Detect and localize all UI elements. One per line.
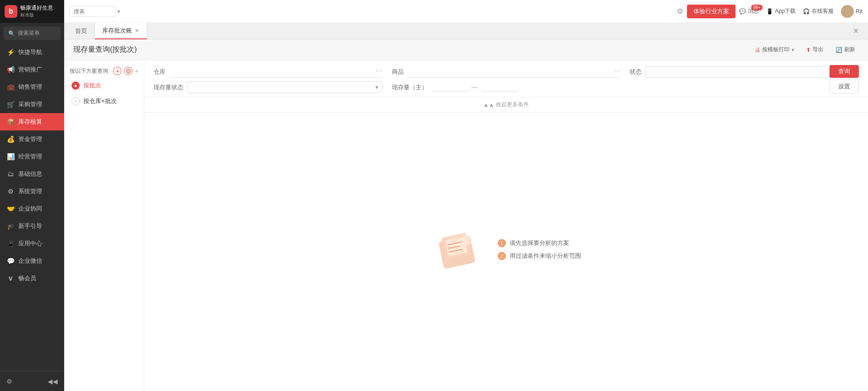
sidebar-item-apps[interactable]: 📱 应用中心 [0,235,64,252]
settings-button[interactable]: 设置 [830,80,859,93]
print-icon: 🖨 [755,47,760,53]
page-header: 现存量查询(按批次) 🖨 按模板打印 ▾ ⬆ 导出 🔄 刷新 [64,39,868,60]
sidebar-item-operations[interactable]: 📊 经营管理 [0,148,64,165]
sidebar-item-basic[interactable]: 🗂 基础信息 [0,165,64,183]
sidebar-item-system[interactable]: ⚙ 系统管理 [0,183,64,200]
sidebar-item-purchase[interactable]: 🛒 采购管理 [0,96,64,113]
stock-status-filter: 现存量状态 ▾ [154,81,383,93]
scheme-item-batch[interactable]: ● 按批次 [64,78,144,93]
topbar-message[interactable]: 💬 消息 99+ [739,7,759,15]
left-panel-actions: + ⚙ « [113,67,138,75]
tab-close-icon[interactable]: ✕ [135,27,139,34]
user-avatar [841,5,854,18]
sidebar-item-label: 销售管理 [18,83,42,91]
topbar-right: 💬 消息 99+ 📱 App下载 🎧 在线客服 Rit [739,5,863,18]
print-button[interactable]: 🖨 按模板打印 ▾ [751,44,798,55]
sidebar-item-label: 应用中心 [18,239,42,248]
export-button[interactable]: ⬆ 导出 [802,44,827,55]
sidebar-search-label: 搜索菜单 [18,29,40,37]
tab-home[interactable]: 首页 [68,23,95,39]
topbar: ▾ ⚙ 体验行业方案 💬 消息 99+ 📱 App下载 🎧 在线客服 Rit [64,0,868,23]
status-filter: 状态 ▾ 查询 设置 [630,66,859,78]
search-icon: 🔍 [8,30,15,37]
data-main: 1 请先选择要分析的方案 2 用过滤条件来缩小分析范围 [144,113,868,391]
collapse-up-icon: ▲▲ [483,102,494,108]
system-icon: ⚙ [6,187,15,196]
topbar-app-download[interactable]: 📱 App下载 [766,7,796,15]
stock-qty-dash: — [472,84,478,91]
step-2-text: 用过滤条件来缩小分析范围 [510,252,581,260]
newbie-icon: 🎓 [6,222,15,230]
sidebar: b 畅康通好生意 标准版 🔍 搜索菜单 ⚡ 快捷导航 📢 营销推广 💼 销售管理… [0,0,64,391]
app-logo: b [5,5,17,18]
sidebar-item-marketing[interactable]: 📢 营销推广 [0,61,64,78]
sidebar-item-quick[interactable]: ⚡ 快捷导航 [0,43,64,61]
stock-status-label: 现存量状态 [154,83,183,92]
sidebar-item-label: 资金管理 [18,135,42,143]
refresh-icon: 🔄 [835,47,842,53]
scheme-settings-icon[interactable]: ⚙ [124,67,132,75]
sidebar-item-inventory[interactable]: 📦 库存核算 [0,113,64,130]
step-1-text: 请先选择要分析的方案 [510,239,569,247]
main-content: ▾ ⚙ 体验行业方案 💬 消息 99+ 📱 App下载 🎧 在线客服 Rit [64,0,868,391]
quick-icon: ⚡ [6,48,15,56]
sidebar-item-label: 库存核算 [18,118,42,126]
topbar-user[interactable]: Rit [841,5,863,18]
app-label: App下载 [775,7,796,15]
sidebar-item-label: 采购管理 [18,100,42,109]
page-actions: 🖨 按模板打印 ▾ ⬆ 导出 🔄 刷新 [751,44,859,55]
stock-qty-max[interactable] [481,83,518,92]
page-title: 现存量查询(按批次) [73,45,137,54]
svg-point-6 [461,235,472,246]
empty-filter-slot [630,81,859,93]
export-label: 导出 [813,46,824,54]
app-version: 标准版 [20,12,53,18]
sidebar-settings-icon[interactable]: ⚙ [6,378,12,385]
add-scheme-button[interactable]: + [113,67,121,75]
query-button[interactable]: 查询 [830,65,859,78]
main-body: 仓库 ··· 商品 ··· 状态 [144,60,868,391]
stock-status-dropdown-icon[interactable]: ▾ [375,84,379,91]
sidebar-item-label: 基础信息 [18,170,42,178]
wechat-icon: 💬 [6,257,15,265]
apps-icon: 📱 [6,239,15,248]
sidebar-item-label: 系统管理 [18,187,42,196]
inventory-icon: 📦 [6,118,15,126]
empty-step-2: 2 用过滤条件来缩小分析范围 [498,252,581,260]
left-panel: 按以下方案查询 + ⚙ « ● 按批次 ○ 按仓库+批次 [64,60,144,391]
status-label: 状态 [630,68,642,76]
topbar-service[interactable]: 🎧 在线客服 [803,7,834,15]
warehouse-dots[interactable]: ··· [376,66,383,76]
user-name: Rit [856,8,863,15]
sidebar-item-sales[interactable]: 💼 销售管理 [0,78,64,96]
trial-button[interactable]: 体验行业方案 [687,5,736,18]
sidebar-item-wechat[interactable]: 💬 企业微信 [0,252,64,270]
collapse-label: 收起更多条件 [496,101,529,109]
sidebar-item-finance[interactable]: 💰 资金管理 [0,130,64,148]
sidebar-item-newbie[interactable]: 🎓 新手引导 [0,217,64,235]
search-input[interactable] [70,6,115,17]
service-label: 在线客服 [812,7,834,15]
filter-panel: 仓库 ··· 商品 ··· 状态 [144,60,868,113]
scheme-item-warehouse-batch[interactable]: ○ 按仓库+批次 [64,93,144,109]
print-dropdown-icon[interactable]: ▾ [791,47,794,53]
sidebar-search[interactable]: 🔍 搜索菜单 [4,27,60,40]
tab-close-all-icon[interactable]: ✕ [847,27,864,35]
empty-svg [432,224,487,279]
refresh-button[interactable]: 🔄 刷新 [832,44,859,55]
sidebar-item-enterprise[interactable]: 🤝 企业协同 [0,200,64,217]
topbar-gear-icon[interactable]: ⚙ [677,7,683,16]
operations-icon: 📊 [6,152,15,161]
left-panel-title: 按以下方案查询 [70,67,108,75]
collapse-filters-button[interactable]: ▲▲ 收起更多条件 [144,97,868,112]
collapse-panel-icon[interactable]: « [135,68,138,74]
sales-icon: 💼 [6,83,15,91]
product-dots[interactable]: ··· [614,66,621,76]
sidebar-item-vip[interactable]: V 畅会员 [0,270,64,287]
sidebar-header: b 畅康通好生意 标准版 [0,0,64,23]
topbar-dropdown-icon[interactable]: ▾ [117,8,120,15]
stock-qty-min[interactable] [431,83,468,92]
sidebar-item-label: 畅会员 [18,274,36,282]
tab-batch-account[interactable]: 库存批次账 ✕ [95,23,147,39]
sidebar-collapse-icon[interactable]: ◀◀ [48,378,58,385]
